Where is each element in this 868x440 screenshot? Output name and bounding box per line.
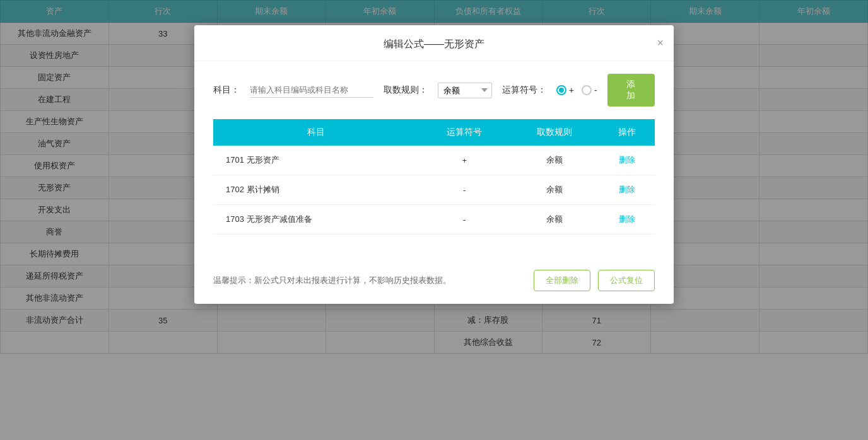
delete-row-button[interactable]: 删除 bbox=[619, 184, 635, 195]
formula-cell-rule: 余额 bbox=[510, 175, 600, 205]
delete-row-button[interactable]: 删除 bbox=[619, 154, 635, 166]
modal-close-button[interactable]: × bbox=[657, 37, 664, 49]
rule-select[interactable]: 余额 借方 贷方 借方累计 贷方累计 bbox=[438, 83, 492, 98]
modal-body: 科目： 取数规则： 余额 借方 贷方 借方累计 贷方累计 运算符号： bbox=[194, 61, 674, 260]
operator-minus-label: - bbox=[594, 85, 597, 95]
delete-all-button[interactable]: 全部删除 bbox=[534, 270, 590, 291]
formula-table-row: 1701 无形资产 + 余额 删除 bbox=[213, 146, 655, 175]
modal-header: 编辑公式——无形资产 × bbox=[194, 25, 674, 61]
operator-minus-radio[interactable]: - bbox=[582, 85, 597, 95]
rule-label: 取数规则： bbox=[384, 84, 428, 96]
formula-cell-subject: 1701 无形资产 bbox=[213, 146, 419, 175]
formula-cell-operator: - bbox=[419, 175, 510, 205]
operator-plus-label: + bbox=[569, 85, 574, 95]
formula-table-row: 1702 累计摊销 - 余额 删除 bbox=[213, 175, 655, 205]
formula-cell-action: 删除 bbox=[600, 175, 655, 205]
table-col-action: 操作 bbox=[600, 119, 655, 146]
rule-select-wrapper: 余额 借方 贷方 借方累计 贷方累计 bbox=[438, 83, 492, 98]
formula-cell-action: 删除 bbox=[600, 205, 655, 234]
formula-cell-rule: 余额 bbox=[510, 205, 600, 234]
modal-title: 编辑公式——无形资产 bbox=[384, 38, 484, 49]
operator-plus-radio[interactable]: + bbox=[556, 85, 574, 95]
formula-cell-operator: - bbox=[419, 205, 510, 234]
table-col-subject: 科目 bbox=[213, 119, 419, 146]
formula-table: 科目 运算符号 取数规则 操作 1701 无形资产 + 余额 删除 1702 累… bbox=[213, 119, 655, 234]
subject-input[interactable] bbox=[250, 83, 373, 98]
operator-radio-group: + - bbox=[556, 85, 597, 95]
reset-formula-button[interactable]: 公式复位 bbox=[598, 270, 655, 291]
edit-formula-modal: 编辑公式——无形资产 × 科目： 取数规则： 余额 借方 贷方 借方累计 贷方累… bbox=[194, 25, 674, 304]
operator-minus-circle bbox=[582, 85, 592, 95]
operator-plus-circle bbox=[556, 85, 566, 95]
subject-label: 科目： bbox=[213, 84, 240, 96]
table-col-rule: 取数规则 bbox=[510, 119, 600, 146]
formula-cell-subject: 1703 无形资产减值准备 bbox=[213, 205, 419, 234]
footer-buttons: 全部删除 公式复位 bbox=[534, 270, 655, 291]
formula-form-row: 科目： 取数规则： 余额 借方 贷方 借方累计 贷方累计 运算符号： bbox=[213, 74, 655, 107]
add-button[interactable]: 添加 bbox=[607, 74, 655, 107]
formula-table-row: 1703 无形资产减值准备 - 余额 删除 bbox=[213, 205, 655, 234]
delete-row-button[interactable]: 删除 bbox=[619, 214, 635, 225]
formula-cell-operator: + bbox=[419, 146, 510, 175]
formula-cell-rule: 余额 bbox=[510, 146, 600, 175]
formula-cell-action: 删除 bbox=[600, 146, 655, 175]
footer-tip: 温馨提示：新公式只对未出报表进行计算，不影响历史报表数据。 bbox=[213, 275, 451, 286]
table-col-operator: 运算符号 bbox=[419, 119, 510, 146]
operator-label: 运算符号： bbox=[502, 84, 546, 96]
modal-overlay: 编辑公式——无形资产 × 科目： 取数规则： 余额 借方 贷方 借方累计 贷方累… bbox=[0, 0, 868, 440]
formula-cell-subject: 1702 累计摊销 bbox=[213, 175, 419, 205]
modal-footer: 温馨提示：新公式只对未出报表进行计算，不影响历史报表数据。 全部删除 公式复位 bbox=[194, 260, 674, 304]
